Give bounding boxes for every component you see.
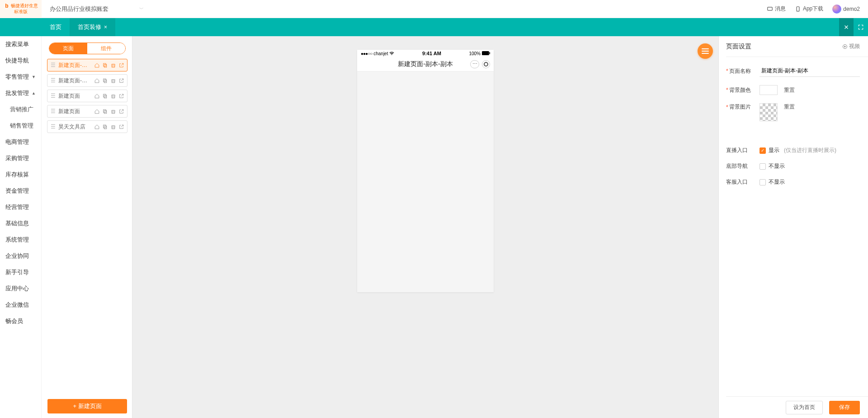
sidebar-item-finance[interactable]: 资金管理 <box>0 183 41 199</box>
share-icon[interactable] <box>118 77 124 84</box>
sidebar-label: 资金管理 <box>5 187 29 195</box>
settings-title: 页面设置 <box>726 43 751 51</box>
segment-label: 组件 <box>101 45 112 52</box>
segment-pages[interactable]: 页面 <box>49 43 87 54</box>
home-icon[interactable] <box>94 62 100 68</box>
page-item-title: 新建页面-副本 <box>58 77 91 85</box>
live-entry-hint: (仅当进行直播时展示) <box>784 147 836 154</box>
save-button[interactable]: 保存 <box>829 401 860 414</box>
live-entry-checkbox[interactable] <box>760 147 766 154</box>
sidebar-item-purchase[interactable]: 采购管理 <box>0 150 41 166</box>
messages-link[interactable]: 消息 <box>767 5 786 13</box>
sidebar-item-quick-nav[interactable]: 快捷导航 <box>0 52 41 69</box>
share-icon[interactable] <box>118 93 124 99</box>
share-icon[interactable] <box>118 108 124 114</box>
bottom-nav-checkbox[interactable] <box>760 163 766 170</box>
drag-handle-icon[interactable]: ☰ <box>50 93 56 99</box>
page-list: ☰ 新建页面-副本... ☰ 新建页面-副本 <box>47 59 127 395</box>
battery-label: 100% <box>469 51 481 56</box>
sidebar-item-wholesale[interactable]: 批发管理▲ <box>0 85 41 101</box>
sidebar-item-collaboration[interactable]: 企业协同 <box>0 248 41 264</box>
bg-color-reset[interactable]: 重置 <box>784 86 795 94</box>
copy-icon[interactable] <box>102 108 108 114</box>
sidebar-item-system[interactable]: 系统管理 <box>0 232 41 248</box>
sidebar-subitem-marketing[interactable]: 营销推广 <box>0 101 41 118</box>
service-entry-text: 不显示 <box>769 178 785 186</box>
bg-image-reset[interactable]: 重置 <box>784 103 795 111</box>
sidebar-subitem-sales[interactable]: 销售管理 <box>0 118 41 134</box>
new-page-button[interactable]: + 新建页面 <box>47 399 127 413</box>
delete-icon[interactable] <box>110 62 116 68</box>
bg-image-swatch[interactable] <box>760 103 778 121</box>
sidebar-item-wechat[interactable]: 企业微信 <box>0 297 41 313</box>
delete-icon[interactable] <box>110 124 116 130</box>
home-icon[interactable] <box>94 108 100 114</box>
copy-icon[interactable] <box>102 62 108 68</box>
page-item[interactable]: ☰ 新建页面-副本 <box>47 74 127 87</box>
share-icon[interactable] <box>118 124 124 130</box>
tab-home[interactable]: 首页 <box>42 18 70 36</box>
sidebar-item-basic-info[interactable]: 基础信息 <box>0 215 41 232</box>
sidebar-item-search[interactable]: 搜索菜单 <box>0 36 41 52</box>
drag-handle-icon[interactable]: ☰ <box>50 108 56 114</box>
close-icon[interactable]: × <box>104 24 107 30</box>
battery-icon <box>482 51 490 56</box>
close-all-button[interactable] <box>839 18 854 36</box>
delete-icon[interactable] <box>110 93 116 99</box>
sidebar-label: 销售管理 <box>10 122 33 130</box>
tab-decoration[interactable]: 首页装修 × <box>70 18 115 36</box>
page-item[interactable]: ☰ 新建页面-副本... <box>47 59 127 71</box>
sidebar-label: 搜索菜单 <box>5 40 29 48</box>
sidebar-item-guide[interactable]: 新手引导 <box>0 264 41 280</box>
fullscreen-button[interactable] <box>854 18 868 36</box>
page-item[interactable]: ☰ 新建页面 <box>47 105 127 118</box>
sidebar-label: 畅会员 <box>5 317 23 325</box>
home-icon[interactable] <box>94 124 100 130</box>
svg-rect-11 <box>104 110 106 114</box>
target-icon[interactable] <box>482 60 490 68</box>
home-icon[interactable] <box>94 77 100 84</box>
menu-fab[interactable] <box>698 43 713 59</box>
sidebar-label: 采购管理 <box>5 154 29 162</box>
signal-dots-icon: ●●●○○ <box>361 51 372 56</box>
sidebar-item-member[interactable]: 畅会员 <box>0 313 41 329</box>
copy-icon[interactable] <box>102 124 108 130</box>
drag-handle-icon[interactable]: ☰ <box>50 62 56 68</box>
sidebar-item-ecommerce[interactable]: 电商管理 <box>0 134 41 150</box>
account-selector-label: 办公用品行业模拟账套 <box>50 5 108 13</box>
copy-icon[interactable] <box>102 93 108 99</box>
delete-icon[interactable] <box>110 77 116 84</box>
phone-time: 9:41 AM <box>422 51 441 56</box>
home-icon[interactable] <box>94 93 100 99</box>
app-download-link[interactable]: App下载 <box>795 5 823 13</box>
copy-icon[interactable] <box>102 77 108 84</box>
sidebar-item-operations[interactable]: 经营管理 <box>0 199 41 215</box>
delete-icon[interactable] <box>110 108 116 114</box>
bg-color-swatch[interactable] <box>760 85 778 95</box>
drag-handle-icon[interactable]: ☰ <box>50 77 56 84</box>
account-selector[interactable]: 办公用品行业模拟账套 ﹀ <box>50 5 144 13</box>
segment-control: 页面 组件 <box>49 43 126 54</box>
bg-color-label: *背景颜色 <box>726 86 753 94</box>
messages-label: 消息 <box>775 5 786 13</box>
service-entry-checkbox[interactable] <box>760 179 766 185</box>
segment-components[interactable]: 组件 <box>87 43 125 54</box>
svg-rect-5 <box>104 64 106 67</box>
edition-text: 标准版 <box>14 9 28 15</box>
sidebar-item-inventory[interactable]: 库存核算 <box>0 166 41 183</box>
more-icon[interactable]: ⋯ <box>470 60 479 68</box>
video-link[interactable]: 视频 <box>842 43 860 50</box>
sidebar-item-appcenter[interactable]: 应用中心 <box>0 280 41 297</box>
sidebar-label: 新手引导 <box>5 268 29 276</box>
share-icon[interactable] <box>118 62 124 68</box>
logo-area: b 畅捷通好生意 标准版 <box>0 0 42 18</box>
sidebar-item-retail[interactable]: 零售管理▼ <box>0 69 41 85</box>
page-item[interactable]: ☰ 新建页面 <box>47 90 127 102</box>
user-menu[interactable]: demo2 <box>832 5 860 14</box>
phone-status-bar: ●●●○○ chanjet 9:41 AM 100% <box>357 50 494 57</box>
drag-handle-icon[interactable]: ☰ <box>50 124 56 130</box>
page-name-input[interactable] <box>760 65 860 77</box>
page-item[interactable]: ☰ 昊天文具店 <box>47 120 127 133</box>
caret-down-icon: ▼ <box>32 75 36 79</box>
set-home-button[interactable]: 设为首页 <box>786 401 823 414</box>
